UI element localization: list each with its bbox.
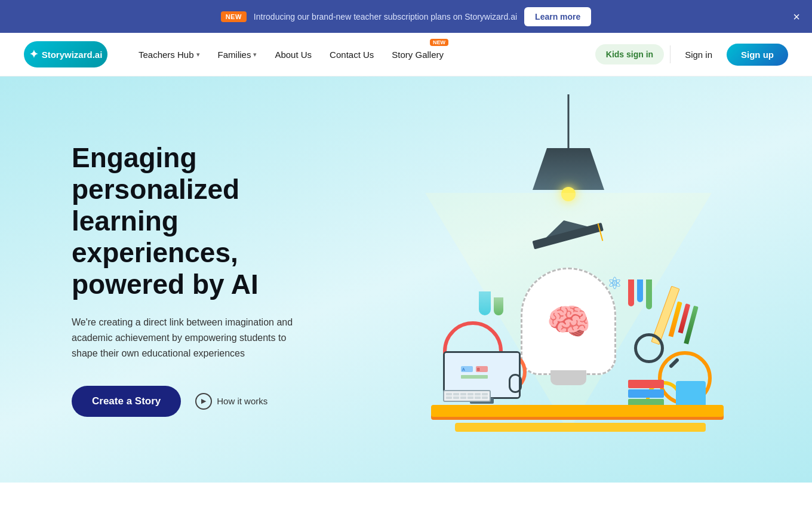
logo-icon: ✦ Storywizard.ai [24, 41, 107, 67]
magnifier [634, 333, 664, 363]
hero-section: Engaging personalized learning experienc… [0, 76, 812, 483]
bulb-bottom [550, 370, 586, 385]
nav-item-story-gallery[interactable]: Story Gallery NEW [385, 45, 451, 64]
svg-text:B: B [477, 367, 480, 371]
key-8 [453, 397, 459, 399]
how-it-works-label: How it works [217, 396, 267, 406]
signin-button[interactable]: Sign in [676, 44, 721, 65]
brain-icon: 🧠 [546, 300, 591, 343]
book-1 [628, 380, 664, 388]
hero-actions: Create a Story ▶ How it works [72, 386, 310, 417]
learn-more-button[interactable]: Learn more [524, 7, 591, 26]
navbar: ✦ Storywizard.ai Teachers Hub ▾ Families… [0, 33, 812, 76]
platform-shelf [431, 405, 724, 417]
nav-right: Kids sign in Sign in Sign up [595, 44, 788, 66]
key-4 [467, 393, 473, 395]
hero-content: Engaging personalized learning experienc… [0, 94, 358, 465]
key-1 [446, 393, 452, 395]
key-9 [460, 397, 466, 399]
book-2 [628, 389, 664, 398]
key-6 [482, 393, 488, 395]
banner-text: Introducing our brand-new teacher subscr… [254, 12, 517, 21]
nav-label-story-gallery: Story Gallery [392, 50, 444, 60]
flask-1 [479, 291, 491, 315]
test-tubes [628, 279, 652, 309]
monitor-display: A B [455, 360, 509, 390]
lamp-shade [533, 148, 604, 190]
illustration-container: 🧠 ⚛ [395, 94, 742, 465]
svg-rect-3 [461, 375, 488, 379]
logo-link[interactable]: ✦ Storywizard.ai [24, 41, 107, 67]
nav-item-contact[interactable]: Contact Us [322, 45, 381, 64]
banner-new-badge: NEW [221, 11, 247, 22]
test-tube-2 [637, 279, 643, 302]
nav-divider [670, 45, 670, 63]
atom-icon: ⚛ [607, 274, 622, 293]
hero-subtitle: We're creating a direct link between ima… [72, 315, 310, 362]
nav-item-families[interactable]: Families ▾ [211, 45, 264, 64]
platform-shelf-2 [455, 423, 706, 432]
chevron-down-icon: ▾ [196, 51, 200, 59]
kids-signin-button[interactable]: Kids sign in [595, 44, 664, 64]
key-2 [453, 393, 459, 395]
nav-item-about[interactable]: About Us [267, 45, 319, 64]
announcement-banner: NEW Introducing our brand-new teacher su… [0, 0, 812, 33]
logo-text: Storywizard.ai [42, 50, 103, 60]
how-it-works-button[interactable]: ▶ How it works [195, 393, 267, 410]
nav-links: Teachers Hub ▾ Families ▾ About Us Conta… [131, 45, 595, 64]
key-11 [475, 397, 481, 399]
mouse [509, 374, 522, 393]
key-3 [460, 393, 466, 395]
flask-2 [494, 297, 503, 315]
signup-button[interactable]: Sign up [727, 44, 788, 66]
key-10 [467, 397, 473, 399]
brain-bulb: 🧠 [521, 268, 616, 375]
hero-title: Engaging personalized learning experienc… [72, 142, 310, 300]
svg-text:A: A [462, 367, 465, 371]
nav-label-contact: Contact Us [330, 50, 374, 60]
test-tube-3 [646, 279, 652, 309]
logo-star-icon: ✦ [29, 48, 38, 61]
nav-item-teachers-hub[interactable]: Teachers Hub ▾ [131, 45, 207, 64]
key-5 [475, 393, 481, 395]
keyboard [443, 390, 491, 402]
play-icon: ▶ [195, 393, 212, 410]
create-story-button[interactable]: Create a Story [72, 386, 181, 417]
key-7 [446, 397, 452, 399]
hero-illustration: 🧠 ⚛ [325, 76, 812, 483]
key-12 [482, 397, 488, 399]
nav-label-families: Families [218, 50, 251, 60]
nav-label-about: About Us [275, 50, 312, 60]
chevron-down-icon: ▾ [253, 51, 257, 59]
nav-new-badge: NEW [430, 39, 448, 46]
nav-label-teachers-hub: Teachers Hub [139, 50, 194, 60]
test-tube-1 [628, 279, 634, 306]
banner-close-button[interactable]: × [793, 11, 800, 23]
